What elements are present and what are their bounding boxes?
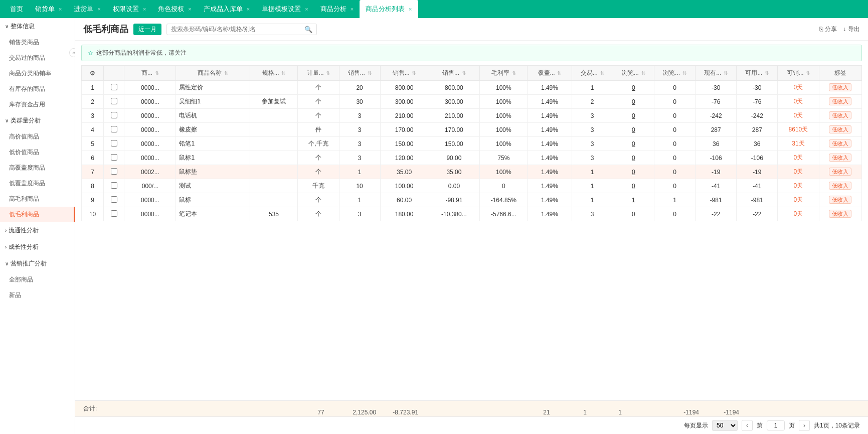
table-footer: 合计: 772,125.00-8,723.912111-1194-1194 — [75, 400, 868, 416]
page-number-input[interactable] — [767, 420, 785, 430]
views1-val[interactable]: 0 — [632, 112, 635, 119]
col-header-tag: 标签 — [819, 66, 861, 81]
product-name: 吴细细1 — [176, 95, 250, 109]
nav-item-商品分析[interactable]: 商品分析× — [314, 0, 360, 18]
share-button[interactable]: ⎘ 分享 — [819, 25, 837, 34]
nav-item-销货单[interactable]: 销货单× — [29, 0, 68, 18]
views1-val[interactable]: 0 — [632, 126, 635, 133]
views1-val[interactable]: 0 — [632, 155, 635, 162]
views1-val[interactable]: 0 — [632, 98, 635, 105]
nav-item-权限设置[interactable]: 权限设置× — [107, 0, 152, 18]
sidebar-item-低毛利商品[interactable]: 低毛利商品 — [0, 207, 75, 222]
sort-icon: ⇅ — [805, 70, 810, 76]
row-checkbox[interactable] — [111, 168, 117, 175]
close-icon[interactable]: × — [247, 0, 250, 18]
row-checkbox[interactable] — [111, 196, 117, 203]
row-checkbox[interactable] — [111, 182, 117, 189]
col-header-saleable[interactable]: 可销... ⇅ — [778, 66, 819, 81]
col-header-views2[interactable]: 浏览... ⇅ — [654, 66, 695, 81]
sidebar-collapse-button[interactable]: « — [69, 48, 75, 57]
views1-val[interactable]: 0 — [632, 211, 635, 218]
views1: 0 — [613, 109, 654, 123]
checkbox-cell — [104, 193, 124, 207]
row-checkbox[interactable] — [111, 210, 117, 217]
sidebar-item-商品分类助销率[interactable]: 商品分类助销率 — [0, 66, 75, 81]
sidebar-item-销售类商品[interactable]: 销售类商品 — [0, 35, 75, 50]
views1-val[interactable]: 1 — [632, 197, 635, 204]
col-header-code[interactable]: 商... ⇅ — [124, 66, 176, 81]
coverage-rate: 1.49% — [528, 207, 572, 221]
sidebar-group-流通性分析[interactable]: › 流通性分析 — [0, 222, 75, 239]
product-name: 笔记本 — [176, 207, 250, 221]
sidebar-group-整体信息[interactable]: ∨ 整体信息 — [0, 18, 75, 35]
page-header: 低毛利商品 近一月 🔍 ⎘ 分享 ↓ 导出 — [75, 18, 868, 41]
col-header-sales_count[interactable]: 销售... ⇅ — [339, 66, 380, 81]
close-icon[interactable]: × — [188, 0, 191, 18]
row-checkbox[interactable] — [111, 126, 117, 132]
row-checkbox[interactable] — [111, 98, 117, 104]
col-header-name[interactable]: 商品名称 ⇅ — [176, 66, 250, 81]
views1-val[interactable]: 0 — [632, 183, 635, 190]
close-icon[interactable]: × — [409, 0, 412, 18]
product-spec — [250, 81, 298, 95]
product-code: 0000... — [124, 137, 176, 151]
export-button[interactable]: ↓ 导出 — [843, 25, 860, 34]
nav-item-进货单[interactable]: 进货单× — [68, 0, 106, 18]
coverage-rate: 1.49% — [528, 179, 572, 193]
close-icon[interactable]: × — [97, 0, 100, 18]
col-header-spec[interactable]: 规格... ⇅ — [250, 66, 298, 81]
nav-item-单据模板设置[interactable]: 单据模板设置× — [256, 0, 314, 18]
sales-count: 3 — [339, 151, 380, 165]
nav-item-商品分析列表[interactable]: 商品分析列表× — [360, 0, 418, 18]
col-header-stock_now[interactable]: 现有... ⇅ — [696, 66, 737, 81]
col-header-transactions[interactable]: 交易... ⇅ — [572, 66, 613, 81]
views1-val[interactable]: 0 — [632, 140, 635, 148]
gross-rate: -164.85% — [480, 193, 528, 207]
views1-val[interactable]: 0 — [632, 169, 635, 176]
sidebar-item-高覆盖度商品[interactable]: 高覆盖度商品 — [0, 160, 75, 176]
footer-value: 1 — [618, 409, 622, 416]
nav-item-产成品入库单[interactable]: 产成品入库单× — [198, 0, 256, 18]
sidebar-item-高毛利商品[interactable]: 高毛利商品 — [0, 191, 75, 207]
views1: 0 — [613, 207, 654, 221]
col-header-gross_rate[interactable]: 毛利率 ⇅ — [480, 66, 528, 81]
close-icon[interactable]: × — [59, 0, 62, 18]
sidebar-group-成长性分析[interactable]: › 成长性分析 — [0, 239, 75, 255]
col-header-views1[interactable]: 浏览... ⇅ — [613, 66, 654, 81]
sidebar-group-类群量分析[interactable]: ∨ 类群量分析 — [0, 112, 75, 129]
sidebar-group-营销推广分析[interactable]: ∨ 营销推广分析 — [0, 255, 75, 272]
col-header-sales_profit[interactable]: 销售... ⇅ — [428, 66, 480, 81]
close-icon[interactable]: × — [143, 0, 146, 18]
sales-amount: 300.00 — [380, 95, 428, 109]
sidebar-item-库存资金占用[interactable]: 库存资金占用 — [0, 97, 75, 112]
sidebar-item-高价值商品[interactable]: 高价值商品 — [0, 129, 75, 144]
sales-amount: 100.00 — [380, 179, 428, 193]
close-icon[interactable]: × — [351, 0, 354, 18]
col-header-available[interactable]: 可用... ⇅ — [737, 66, 778, 81]
time-filter-button[interactable]: 近一月 — [133, 24, 161, 35]
row-checkbox[interactable] — [111, 112, 117, 118]
page-suffix: 页 — [789, 421, 795, 430]
sidebar-item-有库存的商品[interactable]: 有库存的商品 — [0, 81, 75, 97]
views1-val[interactable]: 0 — [632, 84, 635, 91]
close-icon[interactable]: × — [305, 0, 308, 18]
pagination: 每页显示 2050100 ‹ 第 页 › 共1页，10条记录 — [75, 416, 868, 434]
row-checkbox[interactable] — [111, 140, 117, 147]
prev-page-button[interactable]: ‹ — [742, 420, 753, 431]
search-input[interactable] — [171, 26, 304, 33]
row-checkbox[interactable] — [111, 84, 117, 90]
sidebar-item-低价值商品[interactable]: 低价值商品 — [0, 144, 75, 160]
saleable: 0天 — [778, 165, 819, 179]
row-checkbox[interactable] — [111, 154, 117, 161]
col-header-coverage[interactable]: 覆盖... ⇅ — [528, 66, 572, 81]
nav-item-角色授权[interactable]: 角色授权× — [152, 0, 197, 18]
next-page-button[interactable]: › — [799, 420, 810, 431]
sidebar-item-交易过的商品[interactable]: 交易过的商品 — [0, 50, 75, 66]
sidebar-item-全部商品[interactable]: 全部商品 — [0, 272, 75, 287]
sidebar-item-新品[interactable]: 新品 — [0, 287, 75, 303]
page-size-select[interactable]: 2050100 — [712, 420, 738, 431]
col-header-sales_amount[interactable]: 销售... ⇅ — [380, 66, 428, 81]
col-header-unit[interactable]: 计量... ⇅ — [298, 66, 339, 81]
sidebar-item-低覆盖度商品[interactable]: 低覆盖度商品 — [0, 176, 75, 191]
nav-item-首页[interactable]: 首页 — [4, 0, 29, 18]
